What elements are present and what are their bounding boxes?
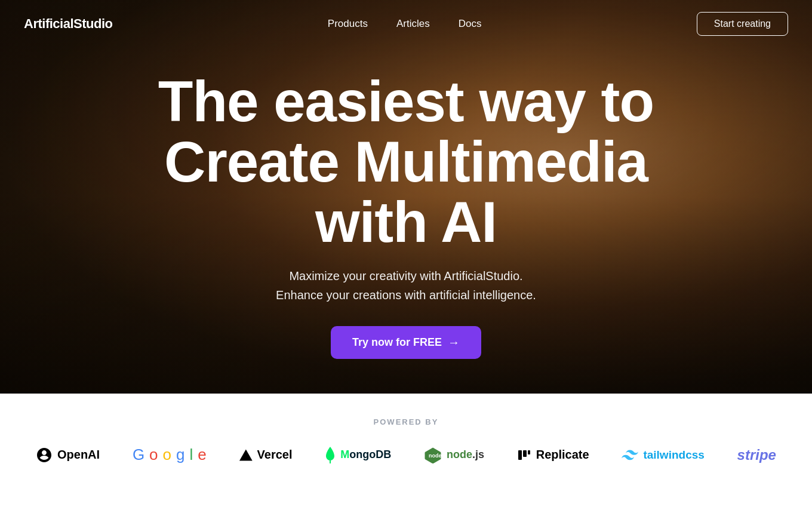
- hero-section: The easiest way to Create Multimedia wit…: [0, 0, 812, 394]
- start-creating-button[interactable]: Start creating: [697, 12, 788, 36]
- mongodb-logo: MongoDB: [325, 447, 391, 463]
- replicate-icon: [517, 448, 531, 462]
- hero-cta-label: Try now for FREE: [352, 336, 442, 349]
- hero-cta-button[interactable]: Try now for FREE →: [331, 326, 481, 359]
- powered-by-label: POWERED BY: [24, 417, 788, 426]
- nav-docs[interactable]: Docs: [459, 18, 482, 30]
- tailwind-icon: [622, 449, 638, 461]
- powered-by-section: POWERED BY OpenAI Google Vercel Mong: [0, 394, 812, 494]
- hero-subtitle: Maximize your creativity with Artificial…: [276, 266, 536, 305]
- hero-title: The easiest way to Create Multimedia wit…: [158, 72, 654, 252]
- svg-rect-2: [523, 450, 527, 457]
- svg-rect-3: [528, 450, 530, 454]
- nav-articles[interactable]: Articles: [396, 18, 430, 30]
- vercel-icon: [239, 449, 253, 462]
- openai-logo: OpenAI: [36, 447, 100, 463]
- mongodb-icon: [325, 447, 336, 463]
- hero-content: The easiest way to Create Multimedia wit…: [0, 0, 812, 359]
- brand-logo-row: OpenAI Google Vercel MongoDB n: [24, 446, 788, 464]
- nodejs-logo: node node.js: [424, 447, 484, 463]
- nav-products[interactable]: Products: [328, 18, 368, 30]
- svg-text:node: node: [429, 453, 442, 459]
- hero-cta-arrow: →: [448, 336, 460, 349]
- replicate-logo: Replicate: [517, 448, 589, 462]
- navbar: ArtificialStudio Products Articles Docs …: [0, 0, 812, 48]
- nav-links: Products Articles Docs: [328, 18, 482, 30]
- tailwindcss-logo: tailwindcss: [622, 449, 704, 462]
- google-logo: Google: [133, 446, 207, 464]
- site-logo[interactable]: ArtificialStudio: [24, 16, 112, 32]
- svg-rect-1: [518, 450, 522, 460]
- vercel-logo: Vercel: [239, 448, 293, 462]
- openai-icon: [36, 447, 53, 463]
- nodejs-icon: node: [424, 447, 442, 463]
- stripe-logo: stripe: [737, 447, 776, 463]
